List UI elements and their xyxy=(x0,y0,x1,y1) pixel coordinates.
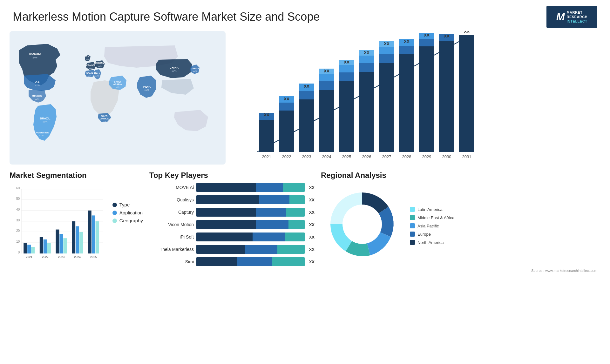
svg-text:ITALY: ITALY xyxy=(94,72,100,74)
player-row-moveai: MOVE Ai XX xyxy=(149,183,315,192)
bar-seg2-moveai xyxy=(256,183,283,192)
bar-seg2-ipi xyxy=(253,233,285,241)
svg-text:2030: 2030 xyxy=(442,154,451,159)
svg-text:xx%: xx% xyxy=(86,58,90,60)
bar-seg2-vicon xyxy=(256,220,288,229)
regional-color-europe xyxy=(410,232,415,237)
regional-label-latin: Latin America xyxy=(417,207,443,212)
svg-rect-57 xyxy=(359,72,374,152)
player-bar-captury xyxy=(196,208,305,217)
svg-rect-119 xyxy=(79,232,83,253)
legend-item-geography: Geography xyxy=(112,218,143,223)
regional-section: Regional Analysis xyxy=(321,171,600,273)
svg-text:2021: 2021 xyxy=(26,255,32,259)
regional-label-na: North America xyxy=(417,240,444,245)
svg-rect-115 xyxy=(63,238,67,253)
bar-seg1-theia xyxy=(196,245,245,254)
svg-text:2023: 2023 xyxy=(302,154,311,159)
svg-rect-44 xyxy=(299,91,314,99)
player-name-captury: Captury xyxy=(149,210,194,215)
svg-text:ARGENTINA: ARGENTINA xyxy=(34,131,49,134)
svg-text:xx%: xx% xyxy=(193,70,197,72)
svg-text:CANADA: CANADA xyxy=(29,52,41,56)
bar-seg3-simi xyxy=(272,257,304,266)
player-xx-qualisys: XX xyxy=(309,198,315,202)
legend-dot-application xyxy=(112,211,117,215)
bar-seg1-captury xyxy=(196,208,256,217)
svg-rect-62 xyxy=(379,63,394,152)
player-name-simi: Simi xyxy=(149,259,194,264)
svg-rect-48 xyxy=(319,81,334,90)
player-row-ipi: iPi Soft XX xyxy=(149,233,315,241)
logo-line3: INTELLECT xyxy=(566,19,587,24)
player-bar-theia xyxy=(196,245,305,254)
player-bar-vicon xyxy=(196,220,305,229)
bar-seg3-vicon xyxy=(288,220,305,229)
svg-text:2025: 2025 xyxy=(342,154,351,159)
svg-text:XX: XX xyxy=(404,39,410,44)
svg-rect-59 xyxy=(359,56,374,63)
logo-line1: MARKET xyxy=(566,10,587,15)
svg-rect-58 xyxy=(359,63,374,72)
legend-label-application: Application xyxy=(119,210,143,215)
svg-text:XX: XX xyxy=(304,84,309,89)
svg-rect-40 xyxy=(279,103,294,111)
svg-text:XX: XX xyxy=(364,50,369,55)
svg-text:XX: XX xyxy=(464,31,470,34)
svg-text:xx%: xx% xyxy=(116,86,119,88)
player-bar-wrap-ipi xyxy=(196,233,305,241)
svg-text:xx%: xx% xyxy=(39,134,43,137)
regional-content: Latin America Middle East & Africa Asia … xyxy=(321,183,600,266)
svg-text:SOUTH: SOUTH xyxy=(101,115,109,117)
world-map-section: CANADA xx% U.S. xx% MEXICO xx% BRAZIL xx… xyxy=(10,31,226,165)
bar-chart-section: XX XX XX XX XX xyxy=(232,31,600,165)
svg-rect-72 xyxy=(419,39,434,46)
svg-text:SAUDI: SAUDI xyxy=(114,81,121,83)
svg-rect-111 xyxy=(47,243,51,253)
player-bar-wrap-vicon xyxy=(196,220,305,229)
svg-text:XX: XX xyxy=(444,34,450,38)
player-row-captury: Captury XX xyxy=(149,208,315,217)
logo-box: M MARKET RESEARCH INTELLECT xyxy=(546,6,597,28)
regional-label-asia: Asia Pacific xyxy=(417,224,439,228)
legend-dot-geography xyxy=(112,219,117,223)
svg-text:xx%: xx% xyxy=(32,56,37,59)
logo-line2: RESEARCH xyxy=(566,15,587,19)
player-bar-wrap-theia xyxy=(196,245,305,254)
svg-text:xx%: xx% xyxy=(88,75,92,77)
player-row-qualisys: Qualisys XX xyxy=(149,195,315,204)
svg-text:2021: 2021 xyxy=(262,154,271,159)
segmentation-legend: Type Application Geography xyxy=(112,202,143,223)
svg-text:AFRICA: AFRICA xyxy=(100,118,109,120)
players-bars-container: MOVE Ai XX Qualisys xyxy=(149,183,315,266)
bar-seg3-qualisys xyxy=(289,195,305,204)
svg-text:XX: XX xyxy=(284,97,289,101)
player-bar-wrap-captury xyxy=(196,208,305,217)
legend-label-type: Type xyxy=(119,202,130,207)
svg-text:2023: 2023 xyxy=(58,255,64,259)
main-content: CANADA xx% U.S. xx% MEXICO xx% BRAZIL xx… xyxy=(0,31,610,165)
svg-text:xx%: xx% xyxy=(172,70,176,72)
svg-text:GERMANY: GERMANY xyxy=(94,62,105,64)
svg-rect-78 xyxy=(459,35,474,152)
svg-text:2025: 2025 xyxy=(90,255,97,259)
regional-legend-na: North America xyxy=(410,240,454,245)
bar-seg2-qualisys xyxy=(259,195,289,204)
player-name-moveai: MOVE Ai xyxy=(149,185,194,190)
svg-text:XX: XX xyxy=(384,41,390,46)
svg-text:2026: 2026 xyxy=(362,154,371,159)
svg-rect-36 xyxy=(259,120,274,152)
bar-seg2-theia xyxy=(245,245,277,254)
regional-title: Regional Analysis xyxy=(321,171,600,180)
svg-text:SPAIN: SPAIN xyxy=(86,72,93,74)
legend-dot-type xyxy=(112,203,117,207)
svg-text:2027: 2027 xyxy=(382,154,391,159)
svg-text:30: 30 xyxy=(16,219,20,222)
legend-item-type: Type xyxy=(112,202,143,207)
segmentation-chart-svg: 0 10 20 30 40 50 60 2021 xyxy=(10,183,106,266)
svg-text:xx%: xx% xyxy=(103,120,106,122)
player-row-simi: Simi XX xyxy=(149,257,315,266)
svg-rect-114 xyxy=(59,234,63,253)
svg-text:CHINA: CHINA xyxy=(170,66,179,69)
svg-text:0: 0 xyxy=(18,251,20,254)
